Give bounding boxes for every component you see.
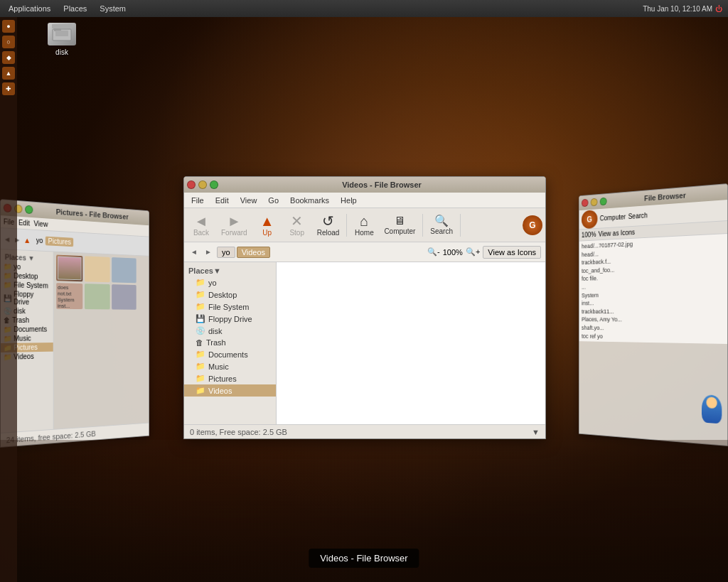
sidebar-item-floppy[interactable]: 💾 Floppy Drive bbox=[184, 313, 276, 325]
clock-display: Thu Jan 10, 12:10 AM bbox=[643, 5, 712, 13]
zoom-in-icon[interactable]: 🔍+ bbox=[466, 247, 480, 257]
dock-icon-3[interactable]: ◆ bbox=[2, 51, 15, 64]
power-icon[interactable]: ⏻ bbox=[715, 5, 722, 13]
right-window-close[interactable] bbox=[582, 199, 589, 208]
sidebar-item-videos[interactable]: 📁 Videos bbox=[184, 384, 276, 397]
sidebar-pictures-label: Pictures bbox=[208, 374, 237, 383]
toolbar-up[interactable]: ▲ Up bbox=[253, 212, 282, 238]
thumb-3[interactable] bbox=[112, 257, 136, 283]
sidebar-docs-label: Documents bbox=[208, 350, 248, 359]
menu-view[interactable]: View bbox=[236, 195, 262, 205]
toolbar-forward[interactable]: ► Forward bbox=[217, 212, 252, 238]
right-item-8[interactable]: inst... bbox=[580, 298, 726, 308]
sidebar-item-desktop[interactable]: 📁 Desktop bbox=[184, 289, 276, 301]
left-menu-edit[interactable]: Edit bbox=[18, 219, 30, 227]
left-window-maximize[interactable] bbox=[25, 205, 33, 215]
right-window-maximize[interactable] bbox=[600, 198, 607, 206]
places-menu[interactable]: Places bbox=[58, 3, 92, 14]
thumb-2[interactable] bbox=[85, 256, 110, 282]
dock-icon-2[interactable]: ○ bbox=[2, 36, 15, 48]
sidebar-item-yo[interactable]: 📁 yo bbox=[184, 276, 276, 289]
music-folder-icon: 📁 bbox=[196, 362, 205, 371]
sidebar-item-filesystem[interactable]: 📁 File System bbox=[184, 301, 276, 313]
thumb-5[interactable] bbox=[85, 284, 110, 309]
right-item-12[interactable]: toc ref yo bbox=[580, 332, 726, 343]
right-item-9[interactable]: trackback11... bbox=[580, 307, 726, 316]
main-toolbar: ◄ Back ► Forward ▲ Up ✕ Stop ↺ Reload ⌂ bbox=[184, 208, 545, 242]
view-mode-dropdown[interactable]: View as Icons bbox=[483, 246, 541, 259]
reload-label: Reload bbox=[317, 229, 340, 237]
right-window-minimize[interactable] bbox=[591, 198, 598, 207]
menu-help[interactable]: Help bbox=[336, 195, 361, 205]
toolbar-back[interactable]: ◄ Back bbox=[187, 212, 215, 238]
thumb-6[interactable] bbox=[112, 284, 136, 310]
loc-prev-arrow[interactable]: ◄ bbox=[188, 247, 200, 258]
stop-icon: ✕ bbox=[291, 214, 303, 228]
sidebar-item-trash[interactable]: 🗑 Trash bbox=[184, 337, 276, 348]
gnome-icon: G bbox=[582, 210, 598, 229]
right-list-content: head/...701877-02.jpg head/... trackback… bbox=[579, 234, 727, 344]
left-thumbnails: does not.txt System inst... bbox=[56, 255, 146, 310]
location-bar: ◄ ► yo Videos 🔍- 100% 🔍+ View as Icons bbox=[184, 242, 545, 262]
trash-sidebar-icon: 🗑 bbox=[196, 338, 203, 347]
up-icon: ▲ bbox=[260, 214, 274, 228]
pictures-folder-icon: 📁 bbox=[196, 374, 205, 383]
top-panel: Applications Places System Thu Jan 10, 1… bbox=[0, 0, 728, 17]
breadcrumb-videos[interactable]: Videos bbox=[237, 247, 270, 258]
toolbar-computer[interactable]: 🖥 Computer bbox=[380, 214, 419, 237]
left-up-btn[interactable]: ▲ bbox=[23, 235, 31, 244]
left-folder-btn[interactable]: Pictures bbox=[46, 237, 73, 247]
dock-icon-1[interactable]: ● bbox=[2, 20, 15, 33]
applications-menu[interactable]: Applications bbox=[3, 3, 56, 14]
main-maximize-btn[interactable] bbox=[210, 180, 218, 189]
sidebar-item-documents[interactable]: 📁 Documents bbox=[184, 348, 276, 360]
dock-icon-5[interactable]: ✚ bbox=[2, 82, 15, 95]
right-search-btn[interactable]: Search bbox=[628, 212, 648, 220]
toolbar-reload[interactable]: ↺ Reload bbox=[313, 212, 344, 238]
loc-next-arrow[interactable]: ► bbox=[203, 247, 214, 258]
zoom-out-icon[interactable]: 🔍- bbox=[427, 247, 440, 257]
right-file-list: head/...701877-02.jpg head/... trackback… bbox=[579, 234, 727, 344]
home-label: Home bbox=[355, 229, 374, 237]
right-zoom: 100% bbox=[582, 231, 596, 239]
disk-label: disk bbox=[39, 48, 85, 56]
main-minimize-btn[interactable] bbox=[198, 180, 207, 189]
sidebar-disk-label: disk bbox=[208, 327, 223, 335]
toolbar-search[interactable]: 🔍 Search bbox=[426, 214, 457, 237]
back-label: Back bbox=[193, 229, 209, 237]
main-sidebar: Places ▼ 📁 yo 📁 Desktop 📁 File System 💾 bbox=[184, 262, 277, 424]
toolbar-sep-1 bbox=[346, 214, 347, 237]
main-close-btn[interactable] bbox=[187, 180, 196, 189]
reload-icon: ↺ bbox=[322, 214, 334, 228]
sidebar-header-text: Places bbox=[188, 266, 213, 275]
forward-label: Forward bbox=[221, 229, 247, 237]
thumb-4[interactable]: does not.txt System inst... bbox=[56, 283, 82, 309]
menu-file[interactable]: File bbox=[187, 195, 208, 205]
scrollbar-btn[interactable]: ▼ bbox=[532, 428, 540, 436]
toolbar-home[interactable]: ⌂ Home bbox=[350, 212, 378, 238]
search-icon: 🔍 bbox=[434, 215, 449, 227]
toolbar-sep-2 bbox=[422, 214, 423, 237]
menu-edit[interactable]: Edit bbox=[211, 195, 233, 205]
docs-folder-icon: 📁 bbox=[196, 350, 205, 359]
breadcrumb-yo[interactable]: yo bbox=[217, 247, 235, 258]
left-menu-view[interactable]: View bbox=[34, 220, 48, 228]
main-statusbar: 0 items, Free space: 2.5 GB ▼ bbox=[184, 424, 545, 438]
sidebar-item-disk[interactable]: 💿 disk bbox=[184, 325, 276, 337]
thumb-1[interactable] bbox=[56, 255, 82, 282]
sidebar-header[interactable]: Places ▼ bbox=[184, 265, 276, 276]
search-label: Search bbox=[430, 227, 453, 235]
sidebar-item-music[interactable]: 📁 Music bbox=[184, 360, 276, 372]
desktop-folder-icon: 📁 bbox=[196, 290, 205, 299]
left-content-area: Places ▼ 📁yo 📁Desktop 📁File System 💾Flop… bbox=[1, 249, 149, 433]
menu-bookmarks[interactable]: Bookmarks bbox=[286, 195, 333, 205]
dock-icon-4[interactable]: ▲ bbox=[2, 67, 15, 80]
sidebar-item-pictures[interactable]: 📁 Pictures bbox=[184, 372, 276, 384]
menu-go[interactable]: Go bbox=[264, 195, 283, 205]
right-computer-btn[interactable]: Computer bbox=[600, 213, 626, 222]
svg-rect-2 bbox=[55, 31, 68, 36]
system-menu[interactable]: System bbox=[94, 3, 132, 14]
desktop-icon-disk[interactable]: disk bbox=[39, 23, 85, 56]
stop-label: Stop bbox=[289, 229, 304, 237]
toolbar-stop[interactable]: ✕ Stop bbox=[283, 212, 311, 238]
